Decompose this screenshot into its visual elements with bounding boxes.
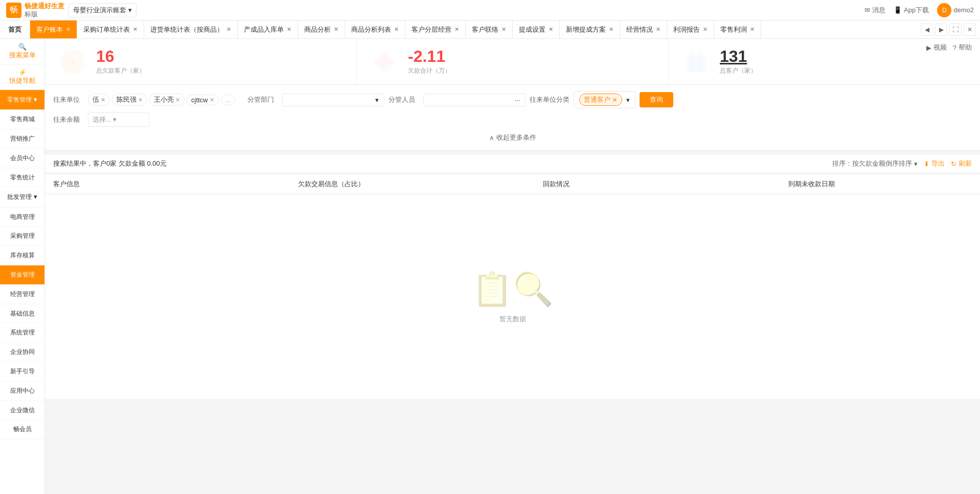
sidebar-item-retail-shop[interactable]: 零售商城	[0, 110, 44, 129]
sort-button[interactable]: 排序：按欠款金额倒序排序 ▾	[832, 159, 918, 168]
tab-home[interactable]: 首页	[0, 20, 30, 39]
tab-product-list[interactable]: 商品分析列表 ✕	[345, 20, 405, 39]
sidebar-item-app-center[interactable]: 应用中心	[0, 381, 44, 401]
stat-value-customers[interactable]: 131	[720, 48, 757, 64]
tab-fullscreen-button[interactable]: ⛶	[949, 24, 962, 36]
sidebar-item-ops-mgmt[interactable]: 经营管理	[0, 285, 44, 304]
close-category-tag[interactable]: ✕	[612, 96, 618, 104]
close-tab-customer-contact[interactable]: ✕	[502, 26, 506, 33]
sidebar-item-system-mgmt[interactable]: 系统管理	[0, 323, 44, 343]
balance-filter-label: 往来余额	[53, 115, 84, 124]
app-download-button[interactable]: 📱 App下载	[894, 6, 929, 15]
header-left: 畅 畅捷通好生意 标版 母婴行业演示账套 ▾	[6, 2, 136, 18]
stat-label-customers: 总客户（家）	[720, 66, 757, 75]
balance-input[interactable]: 选择... ▾	[88, 113, 149, 127]
close-tab-push-settings[interactable]: ✕	[549, 26, 553, 33]
tab-customer-tier[interactable]: 客户分层经营 ✕	[405, 20, 466, 39]
help-button[interactable]: ? 帮助	[953, 43, 972, 52]
sidebar-item-retail-mgmt[interactable]: 零售管理 ▾	[0, 90, 44, 110]
tab-stock-stats[interactable]: 进货单统计表（按商品） ✕	[144, 20, 238, 39]
close-tab-customer-tier[interactable]: ✕	[454, 26, 459, 33]
sidebar-quick-nav[interactable]: ⚡ 快捷导航	[0, 64, 44, 90]
tab-push-settings[interactable]: 提成设置 ✕	[513, 20, 560, 39]
close-tab-new-achieve[interactable]: ✕	[609, 26, 613, 33]
filter-tag-more[interactable]: ...	[221, 95, 236, 105]
chevron-up-icon: ∧	[489, 134, 494, 142]
tab-customer-contact[interactable]: 客户联络 ✕	[466, 20, 513, 39]
tab-purchase-order[interactable]: 采购订单统计表 ✕	[77, 20, 144, 39]
sidebar-item-member[interactable]: 畅会员	[0, 420, 44, 439]
category-tag-normal[interactable]: 普通客户 ✕	[579, 94, 622, 106]
tab-customer-book[interactable]: 客户账本 ✕	[30, 20, 77, 39]
tab-close-all-button[interactable]: ✕	[964, 24, 976, 36]
sidebar: 🔍 搜索菜单 ⚡ 快捷导航 零售管理 ▾ 零售商城 营销推广 会员中心 零售统计…	[0, 39, 45, 494]
filter-tag-wu[interactable]: 伍 ✕	[88, 94, 110, 106]
close-tab-product-analysis[interactable]: ✕	[334, 26, 338, 33]
nav-icon: ⚡	[3, 69, 41, 76]
tenant-select[interactable]: 母婴行业演示账套 ▾	[69, 3, 136, 17]
content-area: ¥ 16 总欠款客户（家） -2.11 欠款合计（万	[45, 39, 980, 494]
tab-product-analysis[interactable]: 商品分析 ✕	[298, 20, 345, 39]
tab-biz-status[interactable]: 经营情况 ✕	[620, 20, 667, 39]
logo-text: 畅捷通好生意 标版	[25, 2, 64, 18]
coin-icon: ¥	[57, 47, 88, 77]
close-tab-retail-profit[interactable]: ✕	[750, 26, 755, 33]
close-tab-stock-stats[interactable]: ✕	[226, 26, 231, 33]
sidebar-item-enterprise-collab[interactable]: 企业协同	[0, 343, 44, 362]
sidebar-item-marketing[interactable]: 营销推广	[0, 129, 44, 149]
tab-retail-profit[interactable]: 零售利润 ✕	[714, 20, 761, 39]
help-icon: ?	[953, 44, 956, 52]
export-button[interactable]: ⬇ 导出	[924, 159, 945, 168]
chevron-down-icon: ▾	[626, 96, 630, 104]
sidebar-item-ecommerce-mgmt[interactable]: 电商管理	[0, 208, 44, 227]
tab-next-button[interactable]: ▶	[935, 24, 947, 36]
unit-filter-label: 往来单位	[53, 95, 84, 104]
video-button[interactable]: ▶ 视频	[926, 43, 947, 52]
sidebar-item-retail-stats[interactable]: 零售统计	[0, 168, 44, 188]
close-tag-wu[interactable]: ✕	[101, 97, 105, 103]
tab-produce-stock[interactable]: 产成品入库单 ✕	[238, 20, 298, 39]
filter-tag-cjttcw[interactable]: cjttcw ✕	[187, 95, 219, 105]
unit-category-select[interactable]: 普通客户 ✕ ▾	[574, 91, 635, 108]
filter-tag-wang[interactable]: 王小亮 ✕	[149, 94, 185, 106]
dept-select[interactable]: ▾	[282, 94, 384, 106]
close-tab-product-list[interactable]: ✕	[394, 26, 399, 33]
sidebar-item-basic-info[interactable]: 基础信息	[0, 304, 44, 324]
close-tag-chen[interactable]: ✕	[138, 97, 143, 103]
refresh-button[interactable]: ↻ 刷新	[951, 159, 972, 168]
sidebar-item-wholesale-mgmt[interactable]: 批发管理 ▾	[0, 187, 44, 207]
close-tag-wang[interactable]: ✕	[175, 97, 180, 103]
col-debt-info: 欠款交易信息（占比）	[298, 179, 543, 189]
message-button[interactable]: ✉ 消息	[864, 6, 885, 15]
col-repayment: 回款情况	[543, 179, 788, 189]
svg-rect-5	[689, 52, 695, 72]
query-button[interactable]: 查询	[640, 92, 673, 107]
filter-tags: 伍 ✕ 陈民强 ✕ 王小亮 ✕ cjttcw ✕	[88, 94, 235, 106]
sidebar-item-enterprise-wechat[interactable]: 企业微信	[0, 401, 44, 420]
close-tab-profit-report[interactable]: ✕	[703, 26, 708, 33]
collapse-button[interactable]: ∧ 收起更多条件	[53, 131, 972, 144]
close-tab-produce-stock[interactable]: ✕	[287, 26, 291, 33]
logo-area: 畅 畅捷通好生意 标版	[6, 2, 64, 18]
tab-prev-button[interactable]: ◀	[921, 24, 933, 36]
sidebar-search[interactable]: 🔍 搜索菜单	[0, 39, 44, 64]
person-select[interactable]: ···	[423, 94, 526, 106]
tab-profit-report[interactable]: 利润报告 ✕	[667, 20, 714, 39]
diamond-icon	[369, 47, 400, 77]
close-tab-purchase-order[interactable]: ✕	[133, 26, 138, 33]
sidebar-item-member-center[interactable]: 会员中心	[0, 149, 44, 168]
svg-text:¥: ¥	[70, 59, 75, 67]
sidebar-item-inventory-check[interactable]: 库存核算	[0, 246, 44, 265]
tab-new-achieve[interactable]: 新增提成方案 ✕	[560, 20, 620, 39]
sidebar-item-new-guide[interactable]: 新手引导	[0, 362, 44, 381]
close-tag-cjttcw[interactable]: ✕	[210, 97, 214, 103]
download-icon: 📱	[894, 6, 902, 14]
close-tab-biz-status[interactable]: ✕	[656, 26, 660, 33]
sidebar-item-capital-mgmt[interactable]: 资金管理	[0, 265, 44, 285]
collapse-row: ∧ 收起更多条件	[53, 131, 972, 144]
building-icon	[681, 47, 712, 77]
user-avatar[interactable]: D demo2	[937, 3, 974, 17]
close-tab-customer-book[interactable]: ✕	[66, 26, 71, 33]
sidebar-item-purchase-mgmt[interactable]: 采购管理	[0, 227, 44, 246]
filter-tag-chen[interactable]: 陈民强 ✕	[112, 94, 147, 106]
